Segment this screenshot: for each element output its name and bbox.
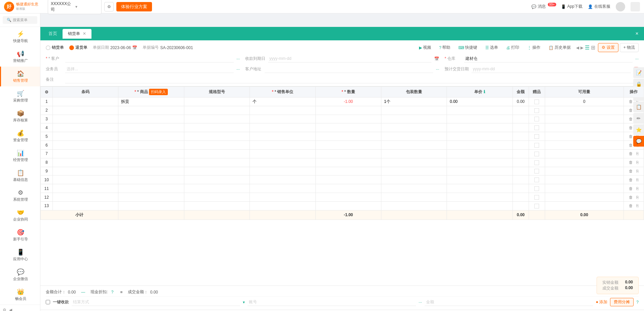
unit-price-input[interactable]: [450, 195, 509, 200]
product-input[interactable]: [121, 160, 181, 165]
pkg-qty-input[interactable]: [384, 125, 444, 130]
view-grid-icon[interactable]: ⊞: [591, 44, 595, 51]
customer-address-input[interactable]: [265, 65, 433, 73]
sidebar-item-operations[interactable]: 📊 经营管理: [0, 146, 40, 166]
copy-icon[interactable]: ⎘: [636, 186, 639, 191]
pkg-qty-input[interactable]: [384, 195, 444, 200]
cell-unit[interactable]: [250, 158, 315, 167]
unit-input[interactable]: [253, 151, 312, 156]
cell-pkg-qty[interactable]: [381, 201, 447, 210]
tab-close-icon[interactable]: ✕: [83, 31, 86, 36]
barcode-input[interactable]: [55, 178, 115, 182]
cell-pkg-qty[interactable]: [381, 184, 447, 193]
cell-pkg-qty[interactable]: [381, 176, 447, 184]
cell-barcode[interactable]: [53, 184, 118, 193]
spec-input[interactable]: [187, 151, 247, 156]
cell-barcode[interactable]: [53, 115, 118, 123]
cell-pkg-qty[interactable]: [381, 141, 447, 150]
rp-btn-7[interactable]: 💬: [633, 136, 644, 147]
cell-unit-price[interactable]: [447, 193, 513, 202]
rp-btn-1[interactable]: 📝: [633, 67, 644, 78]
settings-icon[interactable]: ⚙: [104, 2, 114, 11]
cell-product[interactable]: [118, 132, 184, 141]
barcode-input[interactable]: [55, 195, 115, 200]
warehouse-input[interactable]: [464, 55, 633, 63]
sidebar-search-area[interactable]: 🔍 搜索菜单: [0, 13, 40, 27]
product-input[interactable]: [121, 178, 181, 182]
cell-barcode[interactable]: [53, 106, 118, 115]
cell-barcode[interactable]: [53, 193, 118, 202]
message-btn[interactable]: 💬 消息 99+: [531, 4, 556, 9]
spec-input[interactable]: [187, 195, 247, 200]
cell-pkg-qty[interactable]: [381, 106, 447, 115]
account-more-icon[interactable]: ···: [419, 300, 422, 305]
cell-gift[interactable]: [529, 176, 545, 184]
cell-product[interactable]: [118, 115, 184, 123]
quantity-input[interactable]: [318, 195, 378, 200]
spec-input[interactable]: [187, 169, 247, 173]
unit-price-input[interactable]: [450, 178, 509, 182]
sidebar-item-finance[interactable]: 💰 资金管理: [0, 126, 40, 146]
cell-spec[interactable]: [184, 201, 250, 210]
spec-input[interactable]: [187, 186, 247, 191]
spec-input[interactable]: [187, 160, 247, 165]
copy-icon[interactable]: ⎘: [636, 178, 639, 182]
cell-unit[interactable]: [250, 176, 315, 184]
tab-sales-order[interactable]: 销货单 ✕: [63, 29, 91, 39]
cell-product[interactable]: [118, 158, 184, 167]
pkg-qty-input[interactable]: [384, 100, 444, 104]
cell-unit-price[interactable]: [447, 123, 513, 132]
product-input[interactable]: [121, 125, 181, 130]
cell-quantity[interactable]: [315, 123, 381, 132]
gift-checkbox[interactable]: [534, 108, 539, 113]
cell-gift[interactable]: [529, 158, 545, 167]
salesperson-input[interactable]: [65, 65, 234, 73]
pkg-qty-input[interactable]: [384, 186, 444, 191]
product-input[interactable]: [121, 100, 181, 104]
unit-price-input[interactable]: [450, 134, 509, 139]
sidebar-item-basic[interactable]: 📋 基础信息: [0, 166, 40, 186]
barcode-input[interactable]: [55, 134, 115, 139]
quantity-input[interactable]: [318, 134, 378, 139]
cell-product[interactable]: [118, 98, 184, 106]
barcode-input[interactable]: [55, 99, 115, 104]
avatar[interactable]: [616, 2, 625, 11]
quantity-input[interactable]: [318, 143, 378, 148]
search-menu-btn[interactable]: 🔍 搜索菜单: [3, 16, 37, 24]
cell-unit[interactable]: [250, 106, 315, 115]
barcode-input[interactable]: [55, 117, 115, 121]
cell-spec[interactable]: [184, 184, 250, 193]
copy-icon[interactable]: ⎘: [636, 160, 639, 165]
unit-price-input[interactable]: [450, 186, 509, 191]
cell-spec[interactable]: [184, 115, 250, 123]
delete-icon[interactable]: 🗑: [629, 125, 633, 130]
unit-price-input[interactable]: [450, 151, 509, 156]
close-all-icon[interactable]: ✕: [633, 31, 641, 36]
shortcut-btn[interactable]: ⌨ 快捷键: [456, 43, 480, 52]
barcode-input[interactable]: [55, 125, 115, 130]
cell-unit-price[interactable]: [447, 141, 513, 150]
settings-bottom-icon[interactable]: ⚙: [3, 308, 6, 311]
delete-icon[interactable]: 🗑: [629, 160, 633, 165]
cell-quantity[interactable]: [315, 193, 381, 202]
cell-spec[interactable]: [184, 106, 250, 115]
delete-icon[interactable]: 🗑: [629, 186, 633, 191]
cell-quantity[interactable]: [315, 98, 381, 106]
cell-barcode[interactable]: [53, 167, 118, 176]
unit-input[interactable]: [253, 125, 312, 130]
history-btn[interactable]: 📋 历史单据: [546, 43, 573, 52]
cell-unit-price[interactable]: [447, 158, 513, 167]
cell-quantity[interactable]: [315, 106, 381, 115]
amount-input[interactable]: [425, 298, 593, 306]
one-click-pay-checkbox[interactable]: [46, 300, 50, 304]
quantity-input[interactable]: [318, 108, 378, 113]
sidebar-item-purchase[interactable]: 🛒 采购管理: [0, 86, 40, 106]
gift-checkbox[interactable]: [534, 195, 539, 200]
delete-icon[interactable]: 🗑: [629, 151, 633, 156]
cell-pkg-qty[interactable]: [381, 158, 447, 167]
quantity-input[interactable]: [318, 169, 378, 173]
spec-input[interactable]: [187, 117, 247, 121]
gift-checkbox[interactable]: [534, 204, 539, 208]
unit-price-input[interactable]: [450, 108, 509, 113]
unit-price-input[interactable]: [450, 169, 509, 173]
